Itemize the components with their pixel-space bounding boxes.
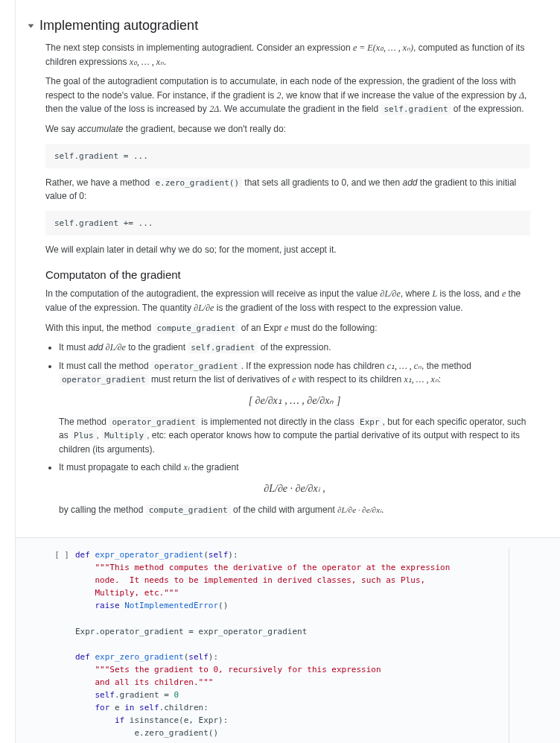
math-display: [ ∂e/∂x₁ , … , ∂e/∂xₙ ] xyxy=(59,393,530,409)
inline-code: Expr xyxy=(357,417,383,428)
cell-execution-indicator[interactable]: [ ] xyxy=(45,548,75,560)
inline-code: Multiply xyxy=(101,430,147,441)
paragraph: In the computation of the autogradient, … xyxy=(45,287,530,314)
inline-code: operator_gradient xyxy=(151,361,241,372)
paragraph: We say accumulate the gradient, because … xyxy=(45,122,530,136)
math: x₀, … , xₙ xyxy=(130,57,164,67)
inline-code: self.gradient xyxy=(381,104,451,115)
inline-code: e.zero_gradient() xyxy=(152,177,242,189)
code-block: self.gradient = ... xyxy=(45,144,530,168)
paragraph: The goal of the autogradient computation… xyxy=(45,75,530,116)
math-display: ∂L/∂e · ∂e/∂xᵢ , xyxy=(59,481,530,497)
inline-code: Plus xyxy=(71,430,97,441)
section-header-row[interactable]: Implementing autogradient xyxy=(29,18,530,34)
paragraph: The next step consists in implementing a… xyxy=(45,41,530,69)
requirements-list: It must add ∂L/∂e to the gradient self.g… xyxy=(59,341,530,516)
inline-code: operator_gradient xyxy=(59,374,149,385)
code-cell[interactable]: [ ] def expr_operator_gradient(self): ""… xyxy=(16,537,560,743)
subsection-title: Computaton of the gradient xyxy=(45,268,530,281)
inline-code: compute_gradient xyxy=(153,323,238,334)
notebook-text-cell: Implementing autogradient The next step … xyxy=(15,0,560,743)
math: e = E(x₀, … , xₙ) xyxy=(353,42,413,53)
list-item: It must call the method operator_gradien… xyxy=(59,359,530,457)
paragraph: We will explain later in detail why we d… xyxy=(45,243,530,257)
code-block: self.gradient += ... xyxy=(45,211,530,235)
section-title: Implementing autogradient xyxy=(39,18,198,34)
list-item: It must propagate to each child xᵢ the g… xyxy=(59,461,530,516)
inline-code: operator_gradient xyxy=(109,417,199,428)
code-editor[interactable]: def expr_operator_gradient(self): """Thi… xyxy=(75,548,509,743)
inline-code: compute_gradient xyxy=(146,505,231,516)
inline-code: self.gradient xyxy=(188,342,258,353)
collapse-caret-icon[interactable] xyxy=(28,24,34,28)
paragraph: Rather, we have a method e.zero_gradient… xyxy=(45,176,530,203)
list-item: It must add ∂L/∂e to the gradient self.g… xyxy=(59,341,530,355)
paragraph: With this input, the method compute_grad… xyxy=(45,321,530,335)
